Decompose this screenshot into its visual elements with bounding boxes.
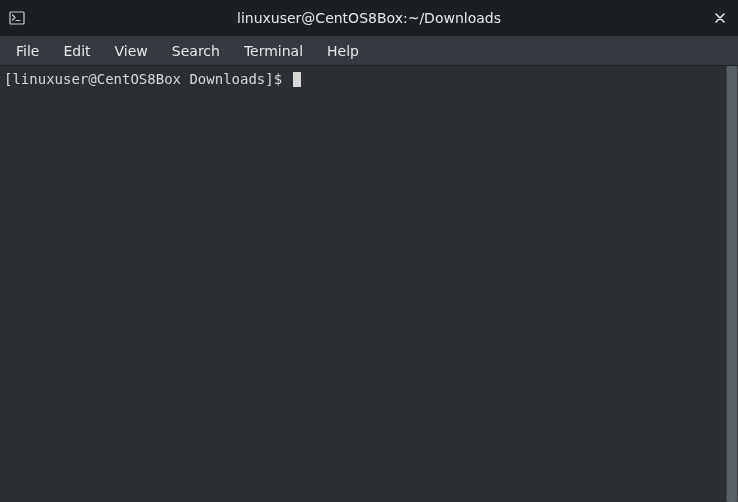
menu-search[interactable]: Search <box>160 39 232 63</box>
menu-help[interactable]: Help <box>315 39 371 63</box>
window-title: linuxuser@CentOS8Box:~/Downloads <box>237 10 501 26</box>
shell-prompt: [linuxuser@CentOS8Box Downloads]$ <box>4 71 291 87</box>
scrollbar[interactable] <box>726 66 738 502</box>
close-button[interactable] <box>710 8 730 28</box>
menu-terminal[interactable]: Terminal <box>232 39 315 63</box>
menu-edit[interactable]: Edit <box>51 39 102 63</box>
menubar: File Edit View Search Terminal Help <box>0 36 738 66</box>
menu-file[interactable]: File <box>4 39 51 63</box>
svg-rect-0 <box>10 12 24 24</box>
terminal-content[interactable]: [linuxuser@CentOS8Box Downloads]$ <box>0 66 726 502</box>
cursor <box>293 72 301 87</box>
scrollbar-thumb[interactable] <box>727 66 737 502</box>
terminal-area: [linuxuser@CentOS8Box Downloads]$ <box>0 66 738 502</box>
terminal-app-icon <box>8 9 26 27</box>
menu-view[interactable]: View <box>103 39 160 63</box>
titlebar: linuxuser@CentOS8Box:~/Downloads <box>0 0 738 36</box>
